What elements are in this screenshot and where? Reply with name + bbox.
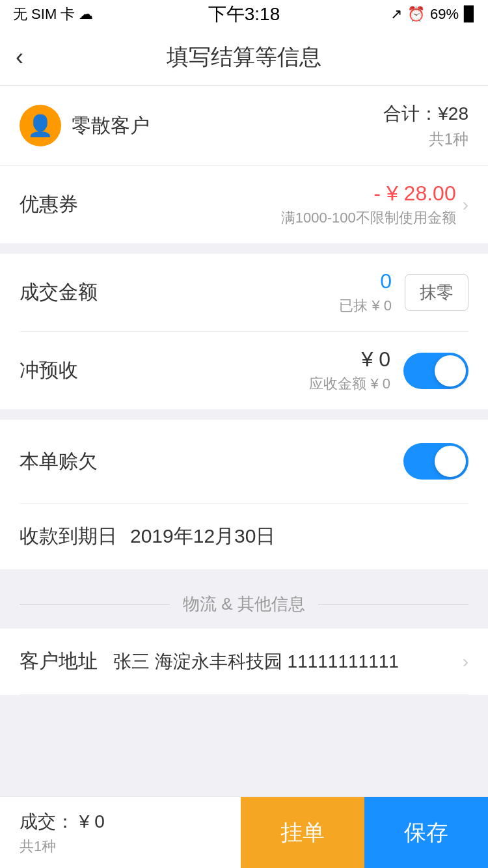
divider-line-right [318, 604, 468, 604]
section-gap-1 [0, 409, 488, 420]
debt-label: 本单赊欠 [20, 448, 98, 475]
pending-button[interactable]: 挂单 [241, 797, 364, 869]
transaction-label: 成交金额 [20, 279, 98, 306]
address-section: 客户地址 张三 海淀永丰科技园 11111111111 › [0, 629, 488, 695]
location-icon: ↗ [390, 6, 402, 23]
status-left: 无 SIM 卡 ☁ [13, 5, 93, 24]
nav-title: 填写结算等信息 [167, 42, 321, 72]
coupon-row[interactable]: 优惠券 - ¥ 28.00 满1000-100不限制使用金额 › [0, 165, 488, 243]
bottom-summary: 成交： ¥ 0 共1种 [0, 809, 241, 856]
debt-toggle-knob [435, 446, 466, 477]
toggle-knob [435, 355, 466, 387]
logistics-label: 物流 & 其他信息 [183, 593, 305, 616]
section-gap-3 [0, 695, 488, 705]
divider-line-left [20, 604, 170, 604]
prereceive-toggle[interactable] [403, 353, 468, 389]
coupon-value-block: - ¥ 28.00 满1000-100不限制使用金额 [281, 182, 456, 228]
customer-coupon-card: 👤 零散客户 合计：¥28 共1种 优惠券 - ¥ 28.00 满1000-10… [0, 86, 488, 243]
transaction-right: 0 已抹 ¥ 0 抹零 [339, 269, 468, 316]
transaction-amount-row: 成交金额 0 已抹 ¥ 0 抹零 [20, 254, 468, 332]
section-gap-2 [0, 569, 488, 580]
coupon-chevron-icon: › [463, 195, 468, 215]
prereceive-row: 冲预收 ¥ 0 应收金额 ¥ 0 [20, 332, 468, 409]
round-zero-button[interactable]: 抹零 [405, 274, 468, 311]
due-label: 收款到期日 [20, 523, 117, 550]
battery-text: 69% [430, 6, 459, 23]
transaction-amount-block: 0 已抹 ¥ 0 [339, 269, 392, 316]
due-value: 2019年12月30日 [130, 523, 275, 550]
status-bar: 无 SIM 卡 ☁ 下午3:18 ↗ ⏰ 69% ▉ [0, 0, 488, 29]
back-button[interactable]: ‹ [16, 44, 23, 71]
status-time: 下午3:18 [208, 2, 280, 27]
alarm-icon: ⏰ [407, 6, 425, 23]
coupon-label: 优惠券 [20, 191, 78, 218]
battery-icon: ▉ [464, 6, 475, 23]
status-right: ↗ ⏰ 69% ▉ [390, 6, 475, 23]
transaction-amount-sub: 已抹 ¥ 0 [339, 296, 392, 316]
customer-left: 👤 零散客户 [20, 105, 150, 146]
total-amount: 合计：¥28 [383, 102, 468, 126]
prereceive-amount-block: ¥ 0 应收金额 ¥ 0 [309, 347, 390, 394]
bottom-bar: 成交： ¥ 0 共1种 挂单 保存 [0, 796, 488, 868]
prereceive-right: ¥ 0 应收金额 ¥ 0 [309, 347, 468, 394]
bottom-count: 共1种 [20, 837, 221, 856]
content: 👤 零散客户 合计：¥28 共1种 优惠券 - ¥ 28.00 满1000-10… [0, 86, 488, 783]
transaction-section: 成交金额 0 已抹 ¥ 0 抹零 冲预收 ¥ 0 应收金额 ¥ 0 [0, 254, 488, 409]
customer-name: 零散客户 [72, 113, 150, 139]
debt-row: 本单赊欠 [20, 420, 468, 504]
avatar: 👤 [20, 105, 61, 146]
customer-row: 👤 零散客户 合计：¥28 共1种 [0, 86, 488, 165]
bottom-deal: 成交： ¥ 0 [20, 809, 221, 834]
coupon-right: - ¥ 28.00 满1000-100不限制使用金额 › [281, 182, 468, 228]
coupon-discount: - ¥ 28.00 [281, 182, 456, 206]
logistics-divider: 物流 & 其他信息 [0, 580, 488, 629]
transaction-amount-value: 0 [339, 269, 392, 293]
nav-bar: ‹ 填写结算等信息 [0, 29, 488, 86]
prereceive-amount: ¥ 0 [309, 347, 390, 372]
customer-right: 合计：¥28 共1种 [383, 102, 468, 150]
prereceive-sub: 应收金额 ¥ 0 [309, 374, 390, 394]
prereceive-label: 冲预收 [20, 357, 78, 384]
address-row[interactable]: 客户地址 张三 海淀永丰科技园 11111111111 › [20, 629, 468, 695]
address-chevron-icon: › [463, 651, 468, 672]
save-button[interactable]: 保存 [364, 797, 488, 869]
address-label: 客户地址 [20, 648, 98, 675]
coupon-desc: 满1000-100不限制使用金额 [281, 208, 456, 228]
debt-toggle[interactable] [403, 443, 468, 480]
due-date-row: 收款到期日 2019年12月30日 [20, 504, 468, 569]
signal-text: 无 SIM 卡 ☁ [13, 5, 93, 24]
total-count: 共1种 [383, 129, 468, 150]
debt-section: 本单赊欠 收款到期日 2019年12月30日 [0, 420, 488, 569]
avatar-icon: 👤 [27, 113, 53, 138]
address-value: 张三 海淀永丰科技园 11111111111 [113, 649, 463, 674]
